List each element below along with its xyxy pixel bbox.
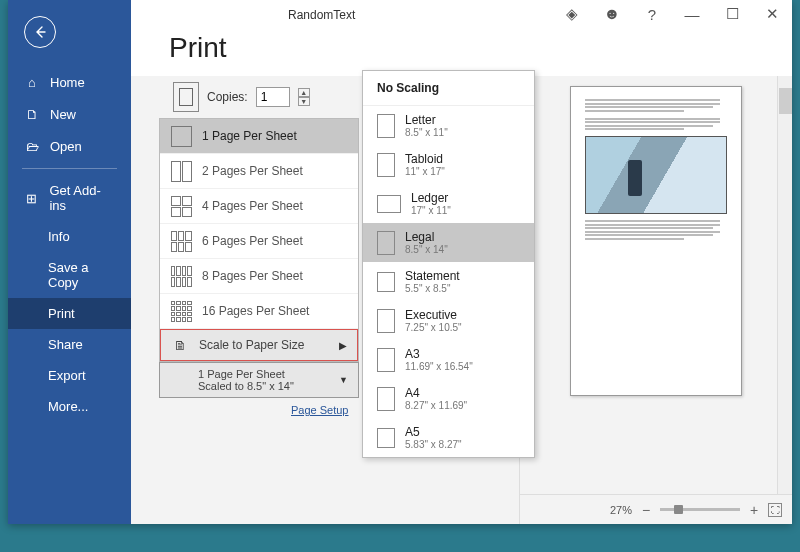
page-icon: [377, 272, 395, 292]
print-preview: 27% − + ⛶: [519, 76, 792, 524]
paper-tabloid[interactable]: Tabloid11" x 17": [363, 145, 534, 184]
minimize-button[interactable]: —: [672, 0, 712, 28]
paper-menu-header[interactable]: No Scaling: [363, 71, 534, 106]
zoom-out-button[interactable]: −: [640, 502, 652, 518]
paper-size-menu: No Scaling Letter8.5" x 11" Tabloid11" x…: [362, 70, 535, 458]
page-icon: [377, 231, 395, 255]
page-icon: [377, 309, 395, 333]
zoom-fit-button[interactable]: ⛶: [768, 503, 782, 517]
maximize-button[interactable]: ☐: [712, 0, 752, 28]
pps-option-2[interactable]: 2 Pages Per Sheet: [160, 154, 358, 189]
window-title: RandomText: [288, 8, 355, 22]
new-icon: 🗋: [24, 106, 40, 122]
nav-label: Save a Copy: [48, 260, 115, 290]
zoom-slider[interactable]: [660, 508, 740, 511]
zoom-percent: 27%: [610, 504, 632, 516]
pps-label: 16 Pages Per Sheet: [202, 304, 309, 318]
sidebar: ⌂Home 🗋New 🗁Open ⊞Get Add-ins Info Save …: [8, 0, 131, 524]
main-panel: Print Copies: ▲ ▼ 1 Page Per Sheet 2 Pag…: [131, 0, 792, 524]
nav-new[interactable]: 🗋New: [8, 98, 131, 130]
paper-statement[interactable]: Statement5.5" x 8.5": [363, 262, 534, 301]
pps-sel-line1: 1 Page Per Sheet: [198, 368, 294, 380]
addins-icon: ⊞: [24, 190, 39, 206]
nav-export[interactable]: Export: [8, 360, 131, 391]
copies-up[interactable]: ▲: [298, 88, 310, 97]
copies-label: Copies:: [207, 90, 248, 104]
nav-label: New: [50, 107, 76, 122]
page-icon: [377, 387, 395, 411]
diamond-icon[interactable]: ◈: [552, 0, 592, 28]
pps-sel-text: 1 Page Per Sheet Scaled to 8.5" x 14": [198, 368, 294, 392]
home-icon: ⌂: [24, 74, 40, 90]
pps-option-6[interactable]: 6 Pages Per Sheet: [160, 224, 358, 259]
zoom-bar: 27% − + ⛶: [520, 494, 792, 524]
pps-option-16[interactable]: 16 Pages Per Sheet: [160, 294, 358, 329]
preview-image: [585, 136, 727, 214]
preview-viewport: [520, 76, 792, 494]
titlebar-controls: ◈ ☻ ? — ☐ ✕: [552, 0, 792, 28]
nav-save-copy[interactable]: Save a Copy: [8, 252, 131, 298]
printer-page-icon: [173, 82, 199, 112]
pps-current-selection[interactable]: 1 Page Per Sheet Scaled to 8.5" x 14" ▼: [159, 362, 359, 398]
feedback-icon[interactable]: ☻: [592, 0, 632, 28]
copies-row: Copies: ▲ ▼: [173, 82, 356, 112]
close-button[interactable]: ✕: [752, 0, 792, 28]
print-settings: Copies: ▲ ▼ 1 Page Per Sheet 2 Pages Per…: [131, 76, 356, 524]
titlebar: RandomText ◈ ☻ ? — ☐ ✕: [8, 0, 792, 30]
paper-legal[interactable]: Legal8.5" x 14": [363, 223, 534, 262]
nav-home[interactable]: ⌂Home: [8, 66, 131, 98]
pps-label: 2 Pages Per Sheet: [202, 164, 303, 178]
nav-open[interactable]: 🗁Open: [8, 130, 131, 162]
nav-label: Open: [50, 139, 82, 154]
copies-input[interactable]: [256, 87, 290, 107]
page-setup-link[interactable]: Page Setup: [291, 404, 356, 416]
paper-a4[interactable]: A48.27" x 11.69": [363, 379, 534, 418]
page-icon: [377, 428, 395, 448]
scale-to-paper-size[interactable]: 🗎 Scale to Paper Size ▶: [160, 329, 358, 361]
nav-label: Export: [48, 368, 86, 383]
help-button[interactable]: ?: [632, 0, 672, 28]
preview-scrollbar[interactable]: [777, 76, 792, 494]
nav-label: Home: [50, 75, 85, 90]
preview-document: [570, 86, 742, 396]
paper-a5[interactable]: A55.83" x 8.27": [363, 418, 534, 457]
paper-letter[interactable]: Letter8.5" x 11": [363, 106, 534, 145]
scale-label: Scale to Paper Size: [199, 338, 304, 352]
pps-label: 8 Pages Per Sheet: [202, 269, 303, 283]
pps-label: 1 Page Per Sheet: [202, 129, 297, 143]
paper-executive[interactable]: Executive7.25" x 10.5": [363, 301, 534, 340]
nav-info[interactable]: Info: [8, 221, 131, 252]
copies-spinner: ▲ ▼: [298, 88, 310, 106]
nav-label: Print: [48, 306, 75, 321]
page-icon: [377, 153, 395, 177]
app-window: RandomText ◈ ☻ ? — ☐ ✕ ⌂Home 🗋New 🗁Open …: [8, 0, 792, 524]
paper-ledger[interactable]: Ledger17" x 11": [363, 184, 534, 223]
zoom-in-button[interactable]: +: [748, 502, 760, 518]
scale-icon: 🗎: [171, 336, 189, 354]
pps-option-4[interactable]: 4 Pages Per Sheet: [160, 189, 358, 224]
pps-option-1[interactable]: 1 Page Per Sheet: [160, 119, 358, 154]
paper-a3[interactable]: A311.69" x 16.54": [363, 340, 534, 379]
pps-option-8[interactable]: 8 Pages Per Sheet: [160, 259, 358, 294]
chevron-right-icon: ▶: [339, 340, 347, 351]
zoom-slider-thumb[interactable]: [674, 505, 683, 514]
nav-label: Share: [48, 337, 83, 352]
nav-label: More...: [48, 399, 88, 414]
pages-per-sheet-panel: 1 Page Per Sheet 2 Pages Per Sheet 4 Pag…: [159, 118, 359, 362]
nav-share[interactable]: Share: [8, 329, 131, 360]
pps-label: 6 Pages Per Sheet: [202, 234, 303, 248]
nav-print[interactable]: Print: [8, 298, 131, 329]
scroll-thumb[interactable]: [779, 88, 792, 114]
page-icon: [377, 114, 395, 138]
open-icon: 🗁: [24, 138, 40, 154]
copies-down[interactable]: ▼: [298, 97, 310, 106]
chevron-down-icon: ▼: [339, 375, 348, 385]
page-icon: [377, 195, 401, 213]
nav-more[interactable]: More...: [8, 391, 131, 422]
nav-divider: [22, 168, 117, 169]
nav-addins[interactable]: ⊞Get Add-ins: [8, 175, 131, 221]
nav-label: Get Add-ins: [49, 183, 115, 213]
page-icon: [377, 348, 395, 372]
pps-sel-line2: Scaled to 8.5" x 14": [198, 380, 294, 392]
pps-label: 4 Pages Per Sheet: [202, 199, 303, 213]
